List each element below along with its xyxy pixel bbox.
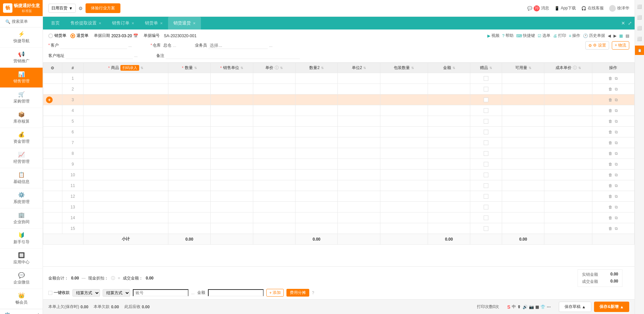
row-avail-5[interactable]: [502, 116, 544, 127]
row-qty2-11[interactable]: [295, 180, 337, 191]
settlement-select[interactable]: 结算方式: [72, 289, 100, 297]
settings-gear-icon[interactable]: ⚙️: [4, 312, 11, 314]
grid-view-btn[interactable]: ▦: [619, 34, 623, 38]
row-avail-7[interactable]: [502, 137, 544, 148]
gift-checkbox-12[interactable]: [473, 194, 499, 199]
row-amount-4[interactable]: [428, 105, 470, 116]
row-amount-10[interactable]: [428, 170, 470, 180]
video-btn[interactable]: ▶ 视频: [487, 33, 499, 39]
row-qty-14[interactable]: [168, 212, 210, 223]
row-unit2-12[interactable]: [338, 191, 380, 202]
row-unit2-8[interactable]: [338, 148, 380, 159]
qr-icon[interactable]: ▦: [535, 305, 539, 309]
row-unit-13[interactable]: [211, 202, 253, 212]
doc-settings-btn[interactable]: ⚙ ⚙ 设置: [585, 41, 609, 50]
sidebar-item-sales[interactable]: 📊 销售管理: [0, 68, 43, 88]
one-click-pay-check[interactable]: 一键收款: [48, 290, 70, 296]
row-delete-9[interactable]: 🗑: [608, 162, 612, 167]
th-settings[interactable]: ⚙: [43, 63, 62, 73]
row-delete-15[interactable]: 🗑: [608, 226, 612, 231]
row-product-3[interactable]: [84, 95, 168, 105]
row-unit2-4[interactable]: [338, 105, 380, 116]
row-amount-13[interactable]: [428, 202, 470, 212]
gift-checkbox-7[interactable]: [473, 140, 499, 145]
row-unit-1[interactable]: [211, 73, 253, 84]
row-qty2-1[interactable]: [295, 73, 337, 84]
row-cost-5[interactable]: [544, 116, 592, 127]
row-delete-2[interactable]: 🗑: [608, 87, 612, 91]
row-unit-10[interactable]: [211, 170, 253, 180]
row-avail-15[interactable]: [502, 223, 544, 234]
row-gift-2[interactable]: [470, 84, 502, 95]
row-price-3[interactable]: [253, 95, 295, 105]
row-pkgqty-14[interactable]: [380, 212, 428, 223]
row-qty2-2[interactable]: [295, 84, 337, 95]
row-unit-12[interactable]: [211, 191, 253, 202]
row-pkgqty-13[interactable]: [380, 202, 428, 212]
restore-tab-btn[interactable]: ⤢: [628, 20, 632, 26]
row-product-8[interactable]: [84, 148, 168, 159]
row-pkgqty-4[interactable]: [380, 105, 428, 116]
sidebar-item-basic[interactable]: 📋 基础信息: [0, 168, 43, 188]
row-cost-8[interactable]: [544, 148, 592, 159]
customer-select-btn[interactable]: ...: [128, 43, 132, 48]
row-amount-12[interactable]: [428, 191, 470, 202]
cost-sort-icon[interactable]: ⇅: [578, 66, 581, 70]
row-price-15[interactable]: [253, 223, 295, 234]
row-price-5[interactable]: [253, 116, 295, 127]
gift-checkbox-14[interactable]: [473, 215, 499, 220]
sidebar-item-vip[interactable]: 👑 畅会员: [0, 289, 43, 309]
sidebar-item-enterprise[interactable]: 🏢 企业协同: [0, 208, 43, 229]
add-item-btn[interactable]: + 添加: [266, 289, 284, 297]
row-amount-15[interactable]: [428, 223, 470, 234]
row-unit2-11[interactable]: [338, 180, 380, 191]
add-logistics-btn[interactable]: + 物流: [612, 41, 629, 50]
row-pkgqty-5[interactable]: [380, 116, 428, 127]
row-copy-15[interactable]: ⧉: [615, 226, 618, 231]
nav-prev-btn[interactable]: ◀: [608, 34, 611, 38]
product-sort-icon[interactable]: ⇅: [141, 66, 143, 70]
row-product-2[interactable]: [84, 84, 168, 95]
close-tab-btn[interactable]: ✕: [621, 20, 625, 26]
row-amount-8[interactable]: [428, 148, 470, 159]
row-amount-3[interactable]: [428, 95, 470, 105]
row-qty2-10[interactable]: [295, 170, 337, 180]
row-avail-9[interactable]: [502, 159, 544, 170]
row-avail-8[interactable]: [502, 148, 544, 159]
user-item[interactable]: 徐泽华: [609, 5, 629, 12]
row-pkgqty-6[interactable]: [380, 127, 428, 137]
row-unit-4[interactable]: [211, 105, 253, 116]
gift-check-8[interactable]: [484, 151, 488, 156]
gift-check-11[interactable]: [484, 183, 488, 188]
row-gift-11[interactable]: [470, 180, 502, 191]
row-unit-15[interactable]: [211, 223, 253, 234]
row-settings-14[interactable]: [43, 212, 62, 223]
row-unit-5[interactable]: [211, 116, 253, 127]
row-cost-1[interactable]: [544, 73, 592, 84]
row-qty-8[interactable]: [168, 148, 210, 159]
row-gift-7[interactable]: [470, 137, 502, 148]
row-copy-12[interactable]: ⧉: [615, 194, 618, 199]
close-sales-order-tab[interactable]: ✕: [131, 21, 134, 25]
gift-check-12[interactable]: [484, 194, 488, 199]
message-item[interactable]: 💬 70 消息: [527, 5, 549, 11]
row-settings-15[interactable]: [43, 223, 62, 234]
gift-sort-icon[interactable]: ⇅: [489, 66, 492, 70]
row-pkgqty-1[interactable]: [380, 73, 428, 84]
row-qty2-7[interactable]: [295, 137, 337, 148]
scan-btn[interactable]: 扫码录入: [120, 65, 139, 71]
scan2-icon[interactable]: 📷: [529, 305, 534, 309]
discount-info-icon[interactable]: ⓘ: [111, 275, 115, 281]
gift-checkbox-3[interactable]: [473, 98, 499, 102]
row-price-8[interactable]: [253, 148, 295, 159]
right-tool-3[interactable]: ⬜: [636, 24, 644, 32]
row-qty-9[interactable]: [168, 159, 210, 170]
gift-check-7[interactable]: [484, 140, 488, 145]
row-delete-11[interactable]: 🗑: [608, 183, 612, 188]
close-sales-delivery-tab[interactable]: ✕: [160, 21, 163, 25]
collapse-icon[interactable]: ◀: [35, 312, 39, 314]
gift-checkbox-2[interactable]: [473, 87, 499, 91]
row-qty2-3[interactable]: [295, 95, 337, 105]
product-input-3[interactable]: [86, 97, 165, 102]
row-unit-7[interactable]: [211, 137, 253, 148]
